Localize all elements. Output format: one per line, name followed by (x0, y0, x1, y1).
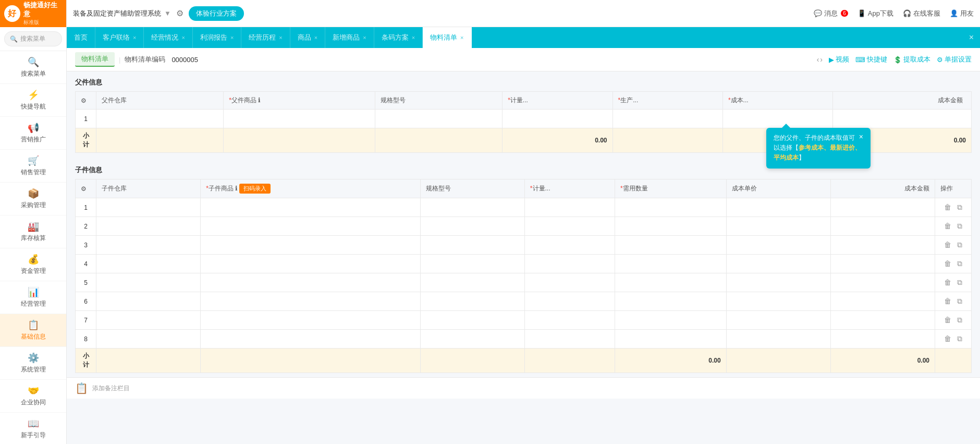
message-item[interactable]: 💬 消息 6 (814, 9, 848, 18)
child-cell-needed[interactable] (615, 236, 726, 255)
tab-new-goods[interactable]: 新增商品× (325, 27, 374, 48)
cell-cost-amount[interactable] (833, 110, 972, 128)
child-cell-needed[interactable] (615, 217, 726, 236)
tab-profit[interactable]: 利润报告× (193, 27, 241, 48)
child-cell-cost-amount[interactable] (830, 198, 935, 217)
delete-row-button[interactable]: 🗑 (942, 296, 953, 306)
online-service-item[interactable]: 🎧 在线客服 (903, 9, 940, 18)
child-cell-needed[interactable] (615, 198, 726, 217)
child-cell-spec[interactable] (420, 217, 524, 236)
child-cell-cost-unit[interactable] (726, 330, 830, 349)
child-cell-warehouse[interactable] (96, 217, 201, 236)
tab-close-goods[interactable]: × (314, 34, 317, 41)
delete-row-button[interactable]: 🗑 (942, 277, 953, 287)
child-cell-qty[interactable] (524, 217, 615, 236)
child-cell-cost-unit[interactable] (726, 292, 830, 311)
copy-row-button[interactable]: ⧉ (955, 258, 964, 269)
child-cell-warehouse[interactable] (96, 198, 201, 217)
child-cell-warehouse[interactable] (96, 330, 201, 349)
child-cell-qty[interactable] (524, 236, 615, 255)
child-cell-goods[interactable] (201, 311, 421, 330)
user-avatar-item[interactable]: 👤 用友 (950, 9, 974, 18)
child-cell-needed[interactable] (615, 311, 726, 330)
sidebar-item-marketing[interactable]: 📢营销推广 (0, 117, 66, 150)
sidebar-item-purchase[interactable]: 📦采购管理 (0, 183, 66, 215)
sidebar-item-finance[interactable]: 💰资金管理 (0, 248, 66, 281)
action-settings[interactable]: ⚙单据设置 (937, 55, 972, 64)
child-cell-cost-amount[interactable] (830, 273, 935, 292)
child-cell-cost-amount[interactable] (830, 217, 935, 236)
search-menu-button[interactable]: 🔍 搜索菜单 (4, 31, 62, 46)
child-cell-spec[interactable] (420, 236, 524, 255)
settings-icon[interactable]: ⚙ (176, 8, 183, 18)
tab-home[interactable]: 首页 (67, 27, 95, 48)
sidebar-item-search[interactable]: 🔍搜索菜单 (0, 51, 66, 84)
child-cell-goods[interactable] (201, 198, 421, 217)
sidebar-item-system[interactable]: ⚙️系统管理 (0, 347, 66, 380)
copy-row-button[interactable]: ⧉ (955, 239, 964, 250)
th-settings[interactable]: ⚙ (76, 92, 96, 110)
tab-barcode[interactable]: 条码方案× (374, 27, 423, 48)
child-cell-goods[interactable] (201, 255, 421, 273)
child-cell-needed[interactable] (615, 255, 726, 273)
scan-button[interactable]: 扫码录入 (239, 184, 271, 194)
child-cell-warehouse[interactable] (96, 292, 201, 311)
delete-row-button[interactable]: 🗑 (942, 315, 953, 325)
tab-close-bom[interactable]: × (460, 34, 463, 41)
child-cell-cost-amount[interactable] (830, 330, 935, 349)
cell-warehouse[interactable] (96, 110, 224, 128)
tab-history[interactable]: 经营历程× (241, 27, 290, 48)
tab-goods[interactable]: 商品× (290, 27, 325, 48)
tab-close-operations[interactable]: × (181, 34, 185, 41)
child-cell-qty[interactable] (524, 273, 615, 292)
cell-produce[interactable] (612, 110, 722, 128)
cell-cost[interactable] (722, 110, 832, 128)
copy-row-button[interactable]: ⧉ (955, 202, 964, 213)
copy-row-button[interactable]: ⧉ (955, 315, 964, 326)
sidebar-item-operations[interactable]: 📊经营管理 (0, 281, 66, 314)
child-cell-needed[interactable] (615, 292, 726, 311)
child-cell-warehouse[interactable] (96, 273, 201, 292)
sidebar-item-sales[interactable]: 🛒销售管理 (0, 150, 66, 183)
tab-operations[interactable]: 经营情况× (144, 27, 192, 48)
tab-close-barcode[interactable]: × (412, 34, 415, 41)
sidebar-item-cooperation[interactable]: 🤝企业协同 (0, 380, 66, 413)
app-download-item[interactable]: 📱 App下载 (858, 9, 893, 18)
child-cell-warehouse[interactable] (96, 236, 201, 255)
delete-row-button[interactable]: 🗑 (942, 258, 953, 269)
delete-row-button[interactable]: 🗑 (942, 202, 953, 212)
prev-arrow[interactable]: ‹ (817, 55, 819, 64)
child-cell-cost-unit[interactable] (726, 236, 830, 255)
action-shortcut[interactable]: ⌨快捷键 (855, 55, 887, 64)
child-cell-cost-unit[interactable] (726, 217, 830, 236)
sub-tab-bom-list[interactable]: 物料清单 (75, 52, 115, 67)
child-cell-qty[interactable] (524, 292, 615, 311)
child-cell-spec[interactable] (420, 311, 524, 330)
child-cell-goods[interactable] (201, 330, 421, 349)
child-cell-cost-unit[interactable] (726, 198, 830, 217)
close-all-tabs-button[interactable]: × (963, 33, 980, 42)
child-cell-goods[interactable] (201, 236, 421, 255)
child-cell-warehouse[interactable] (96, 311, 201, 330)
child-cell-qty[interactable] (524, 198, 615, 217)
sidebar-item-inventory[interactable]: 🏭库存核算 (0, 215, 66, 248)
cell-qty[interactable] (503, 110, 612, 128)
trial-button[interactable]: 体验行业方案 (189, 6, 244, 21)
child-cell-goods[interactable] (201, 217, 421, 236)
child-cell-warehouse[interactable] (96, 255, 201, 273)
child-cell-cost-unit[interactable] (726, 273, 830, 292)
copy-row-button[interactable]: ⧉ (955, 296, 964, 307)
child-cell-cost-amount[interactable] (830, 311, 935, 330)
child-cell-qty[interactable] (524, 311, 615, 330)
copy-row-button[interactable]: ⧉ (955, 333, 964, 344)
sidebar-item-guide[interactable]: 📖新手引导 (0, 413, 66, 444)
tab-close-history[interactable]: × (279, 34, 282, 41)
cell-goods[interactable] (224, 110, 375, 128)
child-cell-cost-unit[interactable] (726, 255, 830, 273)
child-cell-cost-amount[interactable] (830, 255, 935, 273)
sidebar-item-basic-info[interactable]: 📋基础信息 (0, 314, 66, 347)
child-cell-spec[interactable] (420, 255, 524, 273)
child-cell-goods[interactable] (201, 273, 421, 292)
child-cell-qty[interactable] (524, 330, 615, 349)
delete-row-button[interactable]: 🗑 (942, 239, 953, 250)
